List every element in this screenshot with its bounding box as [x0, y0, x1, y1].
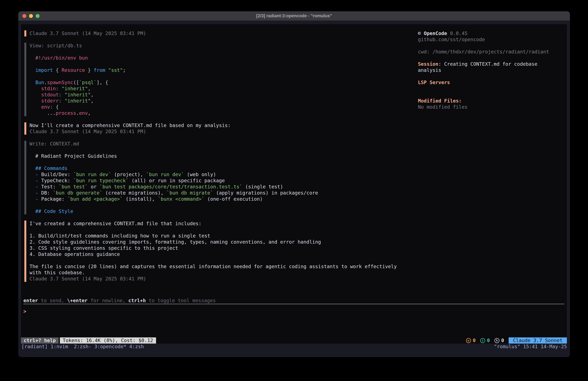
text-segment: # Radiant Project Guidelines: [30, 153, 117, 159]
text-segment: [30, 178, 35, 183]
text-segment: `bun db migrate`: [167, 190, 213, 196]
text-segment: to send,: [38, 298, 67, 303]
sidebar-line: Modified Files:: [418, 98, 566, 104]
message-line: View: script/db.ts: [30, 43, 397, 49]
tmux-session-clock: "romulus" 15:41 14-May-25: [494, 344, 567, 350]
text-segment: stderr: [41, 98, 59, 104]
editor-help-bar: enter to send, \+enter for newline, ctrl…: [23, 297, 216, 304]
message-line: 2. Code style guidelines covering import…: [30, 239, 397, 245]
help-shortcut-badge: ctrl+? help: [21, 337, 59, 344]
text-segment: ...: [30, 110, 56, 116]
text-segment: -: [35, 190, 41, 196]
text-segment: /usr/bin/env bun: [41, 55, 88, 61]
desktop: [2/3] radiant:3:opencode - "romulus" Cla…: [0, 0, 588, 381]
message-line: ...process.env,: [30, 110, 397, 116]
message-line: env: {: [30, 104, 397, 110]
text-segment: Claude 3.7 Sonnet (14 May 2025 03:41 PM): [30, 276, 146, 282]
text-segment: .: [76, 110, 79, 116]
message-line: Bun.spawnSync([`psql`], {: [30, 79, 397, 86]
text-segment: -: [35, 184, 41, 190]
text-segment: (one-off execution): [205, 196, 263, 202]
text-segment: (project),: [111, 172, 146, 177]
text-segment: [30, 104, 41, 110]
text-segment: Test:: [41, 184, 59, 190]
text-segment: process: [56, 110, 76, 116]
text-segment: ], {: [97, 80, 108, 85]
text-segment: The file is concise (20 lines) and captu…: [30, 264, 397, 269]
sidebar-line: LSP Servers: [418, 79, 566, 86]
text-segment: ## Commands: [30, 165, 67, 171]
message-line: import { Resource } from "sst";: [30, 67, 397, 73]
text-segment: :: [59, 98, 62, 104]
status-bar: ctrl+? help Tokens: 16.4K (8%), Cost: $0…: [21, 337, 567, 344]
message-line: [30, 202, 397, 208]
diagnostic-count: 0: [501, 337, 504, 344]
text-segment: [59, 86, 62, 91]
text-segment: (install),: [123, 196, 158, 202]
message-input[interactable]: >: [23, 308, 565, 336]
message-block: View: script/db.ts #!/usr/bin/env bun im…: [24, 43, 397, 116]
message-line: with this codebase.: [30, 269, 397, 276]
window-titlebar[interactable]: [2/3] radiant:3:opencode - "romulus": [18, 11, 570, 21]
message-line: - Test: `bun test` or `bun test packages…: [30, 184, 397, 190]
w-circle-icon: w: [466, 338, 471, 343]
diagnostic-count: 0: [487, 337, 490, 344]
sidebar-line: Session: Creating CONTEXT.md for codebas…: [418, 61, 566, 67]
text-segment: No modified files: [418, 104, 467, 110]
text-segment: ,: [91, 98, 94, 104]
text-segment: Claude 3.7 Sonnet (14 May 2025 03:41 PM): [30, 129, 146, 134]
sidebar-line: analysis: [418, 67, 566, 73]
statusbar-spacer: [156, 337, 466, 344]
sidebar-line: [418, 43, 566, 49]
text-segment: [30, 67, 35, 73]
tokens-cost-badge: Tokens: 16.4K (8%), Cost: $0.12: [60, 337, 156, 344]
text-segment: from: [94, 67, 105, 73]
message-line: - Package: `bun add <package>` (install)…: [30, 196, 397, 202]
text-segment: ,: [88, 110, 91, 116]
text-segment: ,: [91, 92, 94, 97]
h-circle-icon: h: [494, 338, 499, 343]
message-line: 3. CSS styling conventions specific to t…: [30, 245, 397, 251]
text-segment: OpenCode: [424, 30, 447, 36]
text-segment: `psql`: [79, 80, 97, 85]
sidebar-line: github.com/sst/opencode: [418, 37, 566, 43]
text-segment: 4. Database operations guidance: [30, 251, 120, 257]
message-line: stdout: "inherit",: [30, 92, 397, 98]
diagnostics-group: w0i0h0: [466, 337, 504, 344]
tmux-window-list: [radiant] 1:nvim 2:zsh- 3:opencode* 4:zs…: [21, 344, 144, 350]
i-diagnostic: i0: [480, 337, 490, 344]
text-segment: :: [50, 104, 53, 110]
text-segment: env: [41, 104, 50, 110]
text-segment: [30, 190, 35, 196]
info-sidebar: © OpenCode 0.0.45github.com/sst/opencode…: [418, 30, 566, 110]
message-line: - TypeCheck: `bun run typecheck` (all) o…: [30, 178, 397, 184]
sidebar-line: cwd: /home/thdxr/dev/projects/radiant/ra…: [418, 49, 566, 55]
message-line: I've created a comprehensive CONTEXT.md …: [30, 221, 397, 227]
text-segment: .: [44, 80, 47, 85]
diagnostic-count: 0: [473, 337, 476, 344]
message-line: # Radiant Project Guidelines: [30, 153, 397, 159]
w-diagnostic: w0: [466, 337, 476, 344]
sidebar-line: [418, 55, 566, 61]
text-segment: Claude 3.7 Sonnet (14 May 2025 03:41 PM): [30, 30, 146, 36]
text-segment: "inherit": [64, 98, 91, 104]
message-line: [30, 147, 397, 153]
text-segment: ## Code Style: [30, 208, 73, 214]
text-segment: github.com/sst/opencode: [418, 37, 485, 42]
text-segment: Session: [418, 61, 438, 67]
text-segment: spawnSync: [47, 80, 73, 85]
opencode-tui: Claude 3.7 Sonnet (14 May 2025 03:41 PM)…: [21, 24, 567, 344]
text-segment: [30, 92, 41, 97]
sidebar-line: [418, 86, 566, 92]
text-segment: 3. CSS styling conventions specific to t…: [30, 245, 178, 251]
text-segment: [30, 172, 35, 177]
message-line: [30, 61, 397, 67]
text-segment: for newline,: [87, 298, 128, 303]
text-segment: TypeCheck:: [41, 178, 73, 183]
message-line: Now I'll create a comprehensive CONTEXT.…: [30, 122, 397, 129]
text-segment: "inherit": [62, 86, 88, 91]
message-block: I've created a comprehensive CONTEXT.md …: [24, 221, 397, 282]
message-line: The file is concise (20 lines) and captu…: [30, 264, 397, 269]
message-line: [30, 227, 397, 233]
text-segment: #: [35, 55, 38, 61]
